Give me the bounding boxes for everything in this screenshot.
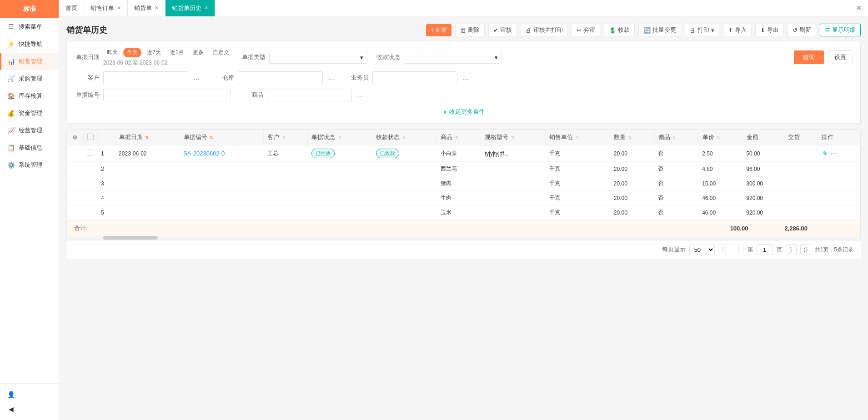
filter-salesman-input[interactable] bbox=[372, 71, 457, 84]
sort-customer-icon: ⇅ bbox=[282, 135, 286, 140]
prev-page-button[interactable]: ⟨ bbox=[733, 244, 744, 255]
warehouse-ellipsis-btn[interactable]: ... bbox=[326, 74, 336, 82]
sidebar-item-purchase-mgmt[interactable]: 🛒 采购管理 bbox=[0, 70, 59, 87]
salesman-ellipsis-btn[interactable]: ... bbox=[461, 74, 471, 82]
tab-home-label: 首页 bbox=[65, 4, 77, 12]
filter-customer-label: 客户 bbox=[74, 74, 100, 82]
filter-date-item: 单据日期 昨天 今天 近7天 近1月 更多 自定义 2023-06-02 至 2… bbox=[74, 48, 233, 67]
cell-quantity: 20.00 bbox=[610, 145, 654, 162]
filter-docno-input[interactable] bbox=[103, 89, 231, 101]
system-mgmt-icon: ⚙️ bbox=[7, 161, 15, 169]
date-tab-custom[interactable]: 自定义 bbox=[209, 48, 233, 57]
show-detail-button[interactable]: ☰ 显示明细 bbox=[820, 24, 861, 36]
sidebar-user-setting[interactable]: 👤 bbox=[0, 387, 59, 402]
date-tab-yesterday[interactable]: 昨天 bbox=[103, 48, 121, 57]
batch-change-button[interactable]: 🔄 批量变更 bbox=[638, 24, 681, 36]
sidebar-item-basic-info[interactable]: 📋 基础信息 bbox=[0, 139, 59, 156]
collect-button[interactable]: 💲 收款 bbox=[604, 24, 635, 36]
filter-warehouse-input[interactable] bbox=[238, 71, 323, 84]
sidebar-item-inventory-calc[interactable]: 🏠 库存核算 bbox=[0, 87, 59, 105]
filter-doctype-select[interactable]: ▾ bbox=[269, 51, 367, 64]
filter-goods-label: 商品 bbox=[238, 91, 263, 99]
print-button[interactable]: 🖨 打印 ▾ bbox=[685, 24, 719, 36]
tab-sales-history[interactable]: 销货单历史 ✕ bbox=[166, 0, 215, 16]
th-spec[interactable]: 规格型号 ⇅ bbox=[481, 130, 546, 145]
date-tab-today[interactable]: 今天 bbox=[123, 48, 141, 57]
th-quantity[interactable]: 数量 ⇅ bbox=[610, 130, 654, 145]
tab-sales-order-close[interactable]: ✕ bbox=[117, 5, 121, 11]
page-number-input[interactable] bbox=[757, 244, 773, 255]
print-dropdown-icon: ▾ bbox=[711, 27, 714, 34]
date-tab-7days[interactable]: 近7天 bbox=[143, 48, 165, 57]
th-checkbox[interactable] bbox=[83, 130, 97, 145]
th-settings[interactable]: ⚙ bbox=[67, 130, 83, 145]
export-button[interactable]: ⬇ 导出 bbox=[755, 24, 784, 36]
th-doc-status[interactable]: 单据状态 ⇅ bbox=[308, 130, 372, 145]
summary-total-amount: 2,286.00 bbox=[784, 225, 808, 232]
cell-doc-no bbox=[180, 191, 264, 205]
cell-collect-status bbox=[372, 191, 437, 205]
tab-sales-goods[interactable]: 销货单 ✕ bbox=[128, 0, 166, 16]
collapse-button[interactable]: ∧ 收起更多条件 bbox=[74, 106, 853, 118]
filter-setting-button[interactable]: 设置 bbox=[828, 50, 853, 64]
sidebar-item-label: 系统管理 bbox=[19, 161, 42, 169]
query-button[interactable]: 查询 bbox=[794, 50, 824, 64]
goods-ellipsis-btn[interactable]: ... bbox=[356, 91, 365, 99]
sidebar-collapse[interactable]: ◀ bbox=[0, 402, 59, 416]
horizontal-scrollbar[interactable] bbox=[67, 236, 860, 240]
doc-no-link[interactable]: SA-20230602-0 bbox=[183, 150, 225, 157]
sidebar-item-business-mgmt[interactable]: 📈 经营管理 bbox=[0, 122, 59, 139]
th-customer[interactable]: 客户 ⇅ bbox=[264, 130, 308, 145]
cell-settings bbox=[67, 191, 83, 205]
new-button[interactable]: + 新增 bbox=[426, 24, 452, 36]
audit-button[interactable]: ✔ 审核 bbox=[488, 24, 517, 36]
doctype-dropdown-icon: ▾ bbox=[360, 54, 363, 61]
th-doc-date[interactable]: 单据日期 ⇅ bbox=[115, 130, 180, 145]
tab-sales-order[interactable]: 销售订单 ✕ bbox=[84, 0, 128, 16]
sidebar-item-finance-mgmt[interactable]: 💰 资金管理 bbox=[0, 105, 59, 122]
more-icon[interactable]: ⋯ bbox=[831, 150, 837, 157]
tab-sales-goods-close[interactable]: ✕ bbox=[155, 5, 159, 11]
delete-button[interactable]: 🗑 删除 bbox=[455, 24, 485, 36]
th-doc-no[interactable]: 单据编号 ⇅ bbox=[180, 130, 264, 145]
edit-icon[interactable]: ✎ bbox=[823, 150, 828, 157]
table-row: 5 玉米 千克 20.00 否 46.00 920.00 bbox=[67, 205, 860, 220]
filter-goods-input[interactable] bbox=[267, 89, 352, 101]
tab-sales-history-close[interactable]: ✕ bbox=[204, 5, 208, 11]
filter-customer-input[interactable] bbox=[103, 71, 188, 84]
tab-home[interactable]: 首页 bbox=[59, 0, 84, 16]
th-gift[interactable]: 赠品 ⇅ bbox=[654, 130, 698, 145]
date-tab-1month[interactable]: 近1月 bbox=[166, 48, 188, 57]
cell-doc-no bbox=[180, 205, 264, 220]
date-tab-more[interactable]: 更多 bbox=[189, 48, 207, 57]
sidebar-item-system-mgmt[interactable]: ⚙️ 系统管理 bbox=[0, 156, 59, 174]
customer-ellipsis-btn[interactable]: ... bbox=[192, 74, 201, 82]
import-icon: ⬆ bbox=[728, 27, 733, 34]
row-checkbox[interactable] bbox=[87, 150, 93, 156]
audit-print-button[interactable]: 🖨 审核并打印 bbox=[521, 24, 568, 36]
next-page-button[interactable]: ⟩ bbox=[786, 244, 797, 255]
last-page-button[interactable]: ⟩⟩ bbox=[800, 244, 811, 255]
filter-collectstatus-item: 收款状态 ▾ bbox=[375, 51, 502, 64]
page-size-select[interactable]: 50 100 200 bbox=[689, 245, 715, 255]
th-unit-price[interactable]: 单价 ⇅ bbox=[698, 130, 743, 145]
first-page-button[interactable]: ⟨⟨ bbox=[718, 244, 729, 255]
cell-doc-no bbox=[180, 162, 264, 176]
th-goods[interactable]: 商品 ⇅ bbox=[437, 130, 481, 145]
cell-rowno: 2 bbox=[97, 162, 115, 176]
abandon-button[interactable]: ↩ 弃审 bbox=[572, 24, 600, 36]
topbar-close-button[interactable]: ✕ bbox=[849, 4, 868, 12]
select-all-checkbox[interactable] bbox=[87, 134, 94, 140]
sidebar-item-quick-nav[interactable]: ⚡ 快捷导航 bbox=[0, 35, 59, 53]
filter-collectstatus-select[interactable]: ▾ bbox=[404, 51, 502, 64]
th-collect-status[interactable]: 收款状态 ⇅ bbox=[372, 130, 437, 145]
refresh-button[interactable]: ↺ 刷新 bbox=[788, 24, 816, 36]
th-amount: 金额 bbox=[743, 130, 784, 145]
filter-doctype-item: 单据类型 ▾ bbox=[240, 51, 367, 64]
import-button[interactable]: ⬆ 导入 bbox=[723, 24, 752, 36]
th-sales-unit[interactable]: 销售单位 ⇅ bbox=[546, 130, 610, 145]
scrollbar-thumb[interactable] bbox=[103, 236, 158, 240]
sidebar: 标准 ☰ 搜索菜单 ⚡ 快捷导航 📊 销售管理 🛒 采购管理 🏠 库存核算 💰 … bbox=[0, 0, 59, 420]
sidebar-item-search-menu[interactable]: ☰ 搜索菜单 bbox=[0, 18, 59, 35]
sidebar-item-sales-mgmt[interactable]: 📊 销售管理 bbox=[0, 53, 59, 70]
